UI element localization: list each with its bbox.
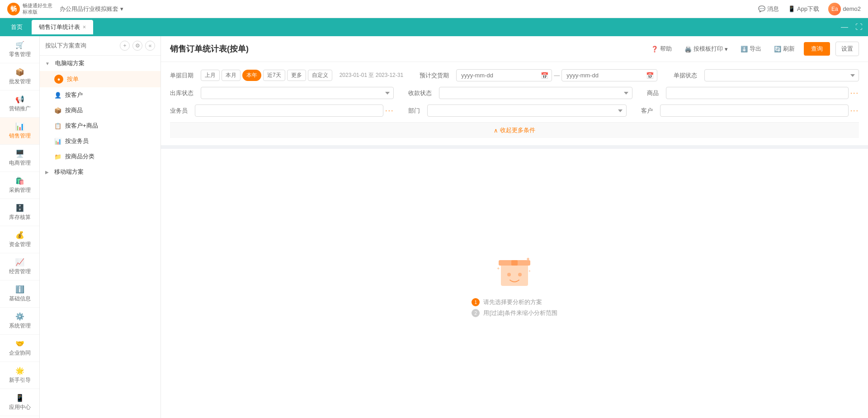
empty-steps: 1 请先选择要分析的方案 2 用[过滤]条件来缩小分析范围	[472, 298, 557, 320]
bill-status-wrapper	[704, 69, 859, 81]
date-btn-last-7days[interactable]: 近7天	[263, 70, 285, 81]
sidebar-item-wholesale[interactable]: 📦 批发管理	[0, 63, 39, 90]
sidebar-item-appcenter[interactable]: 📱 应用中心	[0, 389, 39, 416]
date-btn-this-year[interactable]: 本年	[242, 70, 261, 81]
sidebar-item-inventory[interactable]: 🗄️ 库存核算	[0, 199, 39, 226]
left-panel-header: 按以下方案查询 + ⚙ «	[40, 36, 160, 56]
tree-item-by-salesman[interactable]: 📊 按业务员	[40, 133, 160, 149]
finance-icon: 💰	[4, 231, 36, 239]
tree-item-by-goods[interactable]: 📦 按商品	[40, 103, 160, 118]
basic-icon: ℹ️	[4, 285, 36, 294]
avatar: Ea	[828, 3, 841, 15]
svg-point-4	[518, 273, 522, 276]
customer-icon: 👤	[54, 92, 61, 99]
company-selector[interactable]: 办公用品行业模拟账套 ▾	[56, 4, 127, 14]
goods-more-icon[interactable]: ···	[850, 89, 859, 97]
date-btn-custom[interactable]: 自定义	[308, 70, 332, 81]
sidebar-item-basic[interactable]: ℹ️ 基础信息	[0, 280, 39, 308]
tab-home[interactable]: 首页	[4, 20, 30, 34]
left-panel-actions: + ⚙ «	[120, 41, 155, 51]
customer-input[interactable]	[660, 104, 849, 117]
top-bar-right: 💬 消息 📱 App下载 Ea demo2	[758, 3, 861, 15]
svg-text:✦: ✦	[526, 256, 530, 262]
sidebar-item-retail[interactable]: 🛒 零售管理	[0, 36, 39, 63]
help-button[interactable]: ❓ 帮助	[647, 43, 675, 55]
sidebar-item-wechat[interactable]: 💬 企业微信	[0, 416, 39, 418]
svg-text:✦: ✦	[528, 269, 531, 273]
message-button[interactable]: 💬 消息	[758, 5, 779, 13]
sidebar-item-newbie[interactable]: 🌟 新手引导	[0, 362, 39, 389]
ecommerce-icon: 🖥️	[4, 149, 36, 158]
operations-icon: 📈	[4, 258, 36, 266]
app-download-button[interactable]: 📱 App下载	[788, 5, 819, 13]
goods-wrapper: ···	[666, 87, 859, 99]
user-profile[interactable]: Ea demo2	[828, 3, 861, 15]
window-maximize-icon[interactable]: ⛶	[854, 21, 864, 33]
sidebar-item-operations[interactable]: 📈 经营管理	[0, 253, 39, 280]
tree-mobile-section[interactable]: ▶ 移动端方案	[40, 164, 160, 180]
tree-item-by-customer[interactable]: 👤 按客户	[40, 87, 160, 103]
bill-status-select[interactable]	[704, 69, 859, 81]
phone-icon: 📱	[788, 5, 795, 12]
out-status-select[interactable]	[201, 87, 394, 99]
main-layout: 🛒 零售管理 📦 批发管理 📢 营销推广 📊 销售管理 🖥️ 电商管理 🛍️ 采…	[0, 36, 868, 418]
empty-content: ✦ ✦ ✦ 1 请先选择要分析的方案 2 用[过滤]条件来缩小分析范围	[472, 247, 557, 320]
svg-text:✦: ✦	[496, 266, 500, 271]
refresh-button[interactable]: 🔄 刷新	[770, 43, 798, 55]
date-btn-this-month[interactable]: 本月	[222, 70, 241, 81]
collapse-panel-button[interactable]: «	[145, 41, 155, 51]
tree-item-by-order-label: 按单	[67, 75, 79, 83]
content-area: 按以下方案查询 + ⚙ « ▼ 电脑端方案 ● 按单 👤 按客户	[40, 36, 868, 418]
tree-pc-section[interactable]: ▼ 电脑端方案	[40, 56, 160, 71]
sidebar: 🛒 零售管理 📦 批发管理 📢 营销推广 📊 销售管理 🖥️ 电商管理 🛍️ 采…	[0, 36, 40, 418]
empty-step-2: 2 用[过滤]条件来缩小分析范围	[472, 309, 557, 317]
sidebar-item-marketing[interactable]: 📢 营销推广	[0, 90, 39, 118]
sidebar-item-sales[interactable]: 📊 销售管理	[0, 118, 39, 145]
logo-text: 畅捷通好生意 标准版	[23, 3, 52, 14]
template-print-button[interactable]: 🖨️ 按模板打印 ▾	[681, 43, 731, 55]
date-btn-last-month[interactable]: 上月	[201, 70, 220, 81]
sidebar-item-enterprise[interactable]: 🤝 企业协同	[0, 335, 39, 362]
sidebar-item-finance[interactable]: 💰 资金管理	[0, 226, 39, 253]
salesman-input[interactable]	[195, 104, 383, 117]
sidebar-item-system[interactable]: ⚙️ 系统管理	[0, 308, 39, 335]
svg-rect-2	[511, 260, 518, 266]
empty-illustration: ✦ ✦ ✦	[492, 247, 537, 293]
step-1-num: 1	[472, 298, 480, 306]
tree-item-by-customer-goods[interactable]: 📋 按客户+商品	[40, 118, 160, 133]
collapse-bar[interactable]: ∧ 收起更多条件	[170, 122, 859, 138]
export-button[interactable]: ⬇️ 导出	[737, 43, 765, 55]
sidebar-item-purchase[interactable]: 🛍️ 采购管理	[0, 172, 39, 199]
mobile-section-label: 移动端方案	[54, 168, 84, 176]
top-bar-left: 畅 畅捷通好生意 标准版 办公用品行业模拟账套 ▾	[7, 3, 127, 15]
customer-wrapper: ···	[660, 104, 859, 117]
tab-sales-order-stats[interactable]: 销售订单统计表 ×	[32, 20, 93, 34]
customer-more-icon[interactable]: ···	[850, 107, 859, 115]
query-button[interactable]: 查询	[804, 42, 830, 56]
collapse-icon: ∧	[494, 127, 498, 134]
tree-item-by-category[interactable]: 📁 按商品分类	[40, 149, 160, 164]
out-status-wrapper	[201, 87, 394, 99]
print-icon: 🖨️	[684, 46, 692, 52]
date-btn-more[interactable]: 更多	[287, 70, 306, 81]
goods-input[interactable]	[666, 87, 849, 99]
svg-rect-0	[501, 263, 528, 286]
settings-scheme-button[interactable]: ⚙	[132, 41, 142, 51]
department-select[interactable]	[427, 104, 626, 117]
goods-label: 商品	[647, 89, 659, 97]
salesman-wrapper: ···	[195, 104, 394, 117]
add-scheme-button[interactable]: +	[120, 41, 130, 51]
expected-date-label: 预计交货期	[420, 71, 449, 80]
tab-close-icon[interactable]: ×	[83, 24, 86, 30]
sidebar-item-ecommerce[interactable]: 🖥️ 电商管理	[0, 145, 39, 172]
svg-point-3	[507, 273, 511, 276]
window-minimize-icon[interactable]: —	[839, 21, 850, 33]
receipt-status-select[interactable]	[439, 87, 632, 99]
expected-date-start[interactable]	[456, 69, 552, 81]
settings-button[interactable]: 设置	[835, 42, 859, 56]
expected-date-end[interactable]	[561, 69, 657, 81]
salesman-more-icon[interactable]: ···	[385, 107, 394, 115]
customer-label: 客户	[641, 107, 653, 115]
bill-status-label: 单据状态	[674, 71, 697, 80]
tree-item-by-order[interactable]: ● 按单	[40, 71, 160, 87]
